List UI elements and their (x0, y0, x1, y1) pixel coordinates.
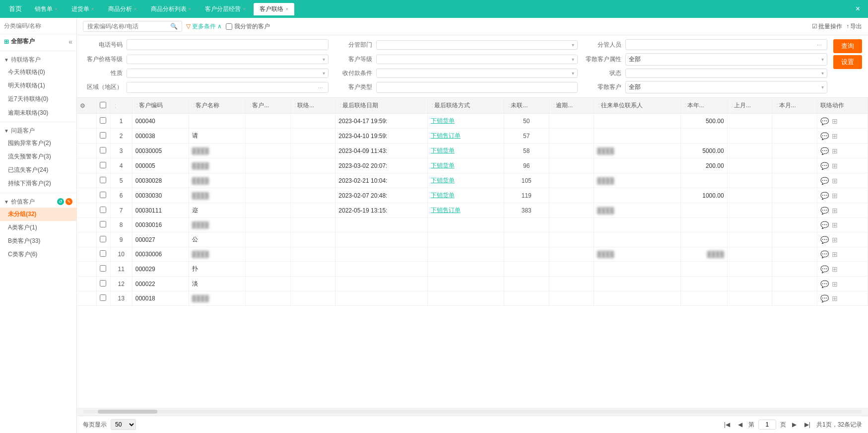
grid-action-icon[interactable]: ⊞ (832, 207, 838, 215)
row-last-way[interactable]: 下销售订单 (427, 203, 504, 218)
first-page-button[interactable]: |◀ (722, 420, 732, 429)
next-page-button[interactable]: ▶ (790, 420, 799, 429)
grid-action-icon[interactable]: ⊞ (832, 236, 838, 244)
dots-icon[interactable]: ··· (815, 41, 824, 48)
sidebar-item-declining[interactable]: 持续下滑客户(2) (0, 177, 76, 190)
row-select-checkbox[interactable] (100, 265, 106, 272)
comment-icon[interactable]: 💬 (820, 207, 829, 215)
payment-cond-select[interactable]: ▾ (376, 69, 578, 78)
comment-icon[interactable]: 💬 (820, 147, 829, 155)
sidebar-item-today[interactable]: 今天待联络(0) (0, 66, 76, 79)
page-input[interactable] (758, 420, 776, 430)
close-purchase-tab[interactable]: × (91, 6, 94, 12)
row-last-way[interactable]: 下销货单 (427, 144, 504, 158)
sidebar-item-a-class[interactable]: A类客户(1) (0, 221, 76, 234)
comment-icon[interactable]: 💬 (820, 280, 829, 288)
nav-tab-purchase[interactable]: 进货单 × (66, 3, 100, 15)
grid-action-icon[interactable]: ⊞ (832, 177, 838, 185)
row-select-checkbox[interactable] (100, 117, 106, 124)
row-checkbox[interactable] (96, 173, 110, 188)
comment-icon[interactable]: 💬 (820, 236, 829, 244)
row-select-checkbox[interactable] (100, 147, 106, 153)
per-page-select[interactable]: 50 100 (111, 419, 136, 430)
grid-action-icon[interactable]: ⊞ (832, 132, 838, 140)
nature-select[interactable]: ▾ (127, 69, 329, 78)
close-analysis-list-tab[interactable]: × (189, 6, 192, 12)
row-last-way[interactable]: 下销货单 (427, 114, 504, 129)
group-value-customers[interactable]: ▼ 价值客户 ↺ ✎ (0, 195, 76, 208)
settings-col[interactable]: ⚙ (77, 98, 96, 114)
last-way-link[interactable]: 下销货单 (431, 117, 455, 124)
close-window-button[interactable]: × (852, 4, 864, 13)
reset-button[interactable]: 设置 (833, 55, 862, 69)
comment-icon[interactable]: 💬 (820, 294, 829, 302)
row-select-checkbox[interactable] (100, 250, 106, 257)
select-all-checkbox[interactable] (100, 102, 106, 108)
comment-icon[interactable]: 💬 (820, 162, 829, 170)
last-way-link[interactable]: 下销货单 (431, 147, 455, 154)
row-select-checkbox[interactable] (100, 294, 106, 301)
sidebar-search-input[interactable] (4, 22, 77, 29)
grid-action-icon[interactable]: ⊞ (832, 117, 838, 125)
last-way-link[interactable]: 下销货单 (431, 162, 455, 169)
row-checkbox[interactable] (96, 291, 110, 306)
sidebar-item-7days[interactable]: 近7天待联络(0) (0, 92, 76, 106)
edit-group-icon[interactable]: ✎ (66, 198, 72, 205)
sidebar-item-tomorrow[interactable]: 明天待联络(1) (0, 79, 76, 92)
row-last-way[interactable]: 下销货单 (427, 158, 504, 173)
row-checkbox[interactable] (96, 129, 110, 144)
row-checkbox[interactable] (96, 188, 110, 203)
comment-icon[interactable]: 💬 (820, 265, 829, 273)
collapse-icon[interactable]: « (68, 38, 72, 46)
export-button[interactable]: ↑ 导出 (846, 22, 862, 31)
sidebar-item-ungrouped[interactable]: 未分组(32) (0, 208, 76, 221)
scatter-attr-select[interactable]: 全部 ▾ (625, 53, 827, 66)
scatter-cust-select[interactable]: 全部 ▾ (625, 81, 827, 93)
grid-action-icon[interactable]: ⊞ (832, 294, 838, 302)
dots-icon-2[interactable]: ··· (316, 84, 325, 91)
all-customers-header[interactable]: ⊞ 全部客户 « (0, 34, 76, 49)
sidebar-item-churn-warning[interactable]: 流失预警客户(3) (0, 150, 76, 163)
person-select[interactable]: ··· (625, 39, 827, 50)
refresh-icon[interactable]: ↺ (57, 198, 64, 205)
row-select-checkbox[interactable] (100, 207, 106, 213)
batch-ops-button[interactable]: ☑ 批量操作 (812, 22, 842, 31)
row-checkbox[interactable] (96, 247, 110, 262)
search-icon[interactable]: 🔍 (170, 23, 178, 30)
region-select[interactable]: ··· (127, 82, 329, 93)
sidebar-item-b-class[interactable]: B类客户(33) (0, 234, 76, 248)
row-select-checkbox[interactable] (100, 221, 106, 227)
grid-action-icon[interactable]: ⊞ (832, 147, 838, 155)
my-customers-checkbox[interactable] (226, 23, 232, 30)
grid-action-icon[interactable]: ⊞ (832, 192, 838, 200)
cust-type-input[interactable] (376, 82, 578, 93)
grid-action-icon[interactable]: ⊞ (832, 280, 838, 288)
comment-icon[interactable]: 💬 (820, 221, 829, 229)
status-select[interactable]: ▾ (625, 69, 827, 78)
grid-action-icon[interactable]: ⊞ (832, 250, 838, 258)
grid-action-icon[interactable]: ⊞ (832, 221, 838, 229)
last-page-button[interactable]: ▶| (802, 420, 812, 429)
more-filter-button[interactable]: ▽ 更多条件 ∧ (186, 22, 222, 31)
nav-tab-sales[interactable]: 销售单 × (29, 3, 64, 15)
row-last-way[interactable]: 下销货单 (427, 188, 504, 203)
grid-action-icon[interactable]: ⊞ (832, 162, 838, 170)
last-way-link[interactable]: 下销售订单 (431, 207, 461, 214)
row-last-way[interactable]: 下销售订单 (427, 129, 504, 144)
row-select-checkbox[interactable] (100, 236, 106, 242)
row-select-checkbox[interactable] (100, 177, 106, 183)
sidebar-item-hoarding-abnormal[interactable]: 囤购异常客户(2) (0, 137, 76, 150)
cust-grade-select[interactable]: ▾ (376, 55, 578, 64)
sidebar-item-churned[interactable]: 已流失客户(24) (0, 163, 76, 177)
nav-tab-analysis[interactable]: 商品分析 × (102, 3, 143, 15)
close-analysis-tab[interactable]: × (134, 6, 137, 12)
group-problem-customers[interactable]: ▼ 问题客户 (0, 124, 76, 137)
sidebar-item-c-class[interactable]: C类客户(6) (0, 248, 76, 261)
query-button[interactable]: 查询 (833, 39, 862, 53)
comment-icon[interactable]: 💬 (820, 177, 829, 185)
last-way-link[interactable]: 下销货单 (431, 192, 455, 199)
comment-icon[interactable]: 💬 (820, 117, 829, 125)
last-way-link[interactable]: 下销售订单 (431, 132, 461, 139)
row-checkbox[interactable] (96, 218, 110, 232)
row-checkbox[interactable] (96, 158, 110, 173)
